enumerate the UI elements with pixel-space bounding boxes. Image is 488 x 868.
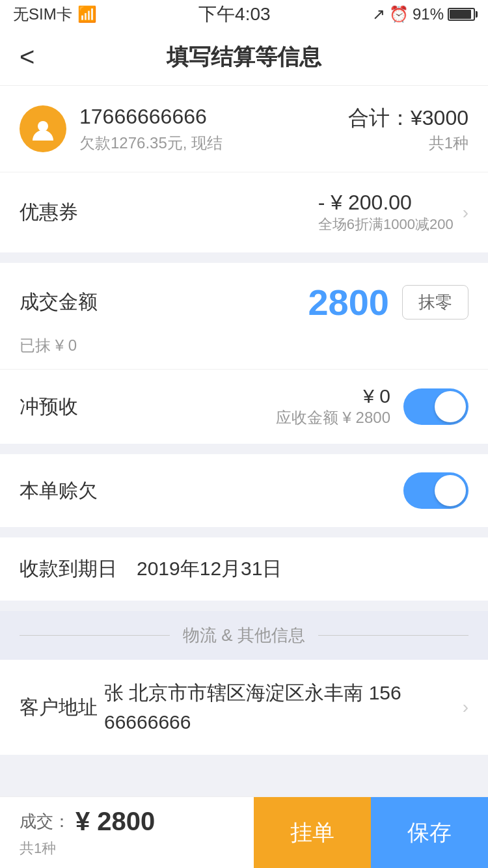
status-left: 无SIM卡 📶 xyxy=(13,4,97,25)
amount-sub: 已抹 ¥ 0 xyxy=(0,335,488,369)
customer-phone: 17666666666 xyxy=(79,105,223,129)
address-section: 客户地址 张 北京市市辖区海淀区永丰南 156 66666666 › xyxy=(0,660,488,755)
back-button[interactable]: < xyxy=(20,42,59,72)
wifi-icon: 📶 xyxy=(77,5,97,23)
divider-section: 物流 & 其他信息 xyxy=(0,611,488,660)
divider-text: 物流 & 其他信息 xyxy=(183,624,305,647)
divider-line-right xyxy=(318,635,468,636)
bottom-total-amount: ¥ 2800 xyxy=(75,807,155,836)
address-chevron-icon: › xyxy=(463,697,468,718)
avatar xyxy=(20,105,66,152)
status-bar: 无SIM卡 📶 下午4:03 ↗ ⏰ 91% xyxy=(0,0,488,29)
debt-toggle[interactable] xyxy=(403,472,468,509)
amount-section: 成交金额 2800 抹零 已抹 ¥ 0 冲预收 ¥ 0 应收金额 ¥ 2800 xyxy=(0,263,488,444)
customer-section: 17666666666 欠款1276.35元, 现结 合计：¥3000 共1种 … xyxy=(0,86,488,252)
bottom-total-row: 成交： ¥ 2800 xyxy=(20,807,234,836)
alarm-icon: ⏰ xyxy=(389,5,409,23)
save-button[interactable]: 保存 xyxy=(371,797,488,869)
status-right: ↗ ⏰ 91% xyxy=(372,5,475,23)
prepay-subtext: 应收金额 ¥ 2800 xyxy=(276,407,390,428)
bottom-bar: 成交： ¥ 2800 共1种 挂单 保存 xyxy=(0,796,488,868)
nav-bar: < 填写结算等信息 xyxy=(0,29,488,86)
hold-button[interactable]: 挂单 xyxy=(254,797,371,869)
battery-icon xyxy=(448,8,475,21)
amount-label: 成交金额 xyxy=(20,289,98,316)
coupon-row[interactable]: 优惠券 - ¥ 200.00 全场6折满1000减200 › xyxy=(0,172,488,252)
duedate-row: 收款到期日 2019年12月31日 xyxy=(0,537,488,601)
bottom-total: 成交： ¥ 2800 共1种 xyxy=(0,807,254,858)
location-icon: ↗ xyxy=(372,5,385,23)
toggle-knob-debt xyxy=(435,475,466,506)
address-label: 客户地址 xyxy=(20,694,104,721)
svg-point-0 xyxy=(38,121,48,131)
total-amount: 合计：¥3000 xyxy=(348,104,468,133)
battery-percent: 91% xyxy=(413,5,444,23)
coupon-desc: 全场6折满1000减200 xyxy=(318,215,454,234)
round-button[interactable]: 抹零 xyxy=(402,285,468,319)
duedate-label: 收款到期日 xyxy=(20,556,117,582)
prepay-label: 冲预收 xyxy=(20,394,78,420)
prepay-toggle[interactable] xyxy=(403,388,468,425)
status-time: 下午4:03 xyxy=(198,2,271,27)
coupon-label: 优惠券 xyxy=(20,199,78,226)
page-title: 填写结算等信息 xyxy=(59,42,429,72)
coupon-right: - ¥ 200.00 全场6折满1000减200 › xyxy=(318,191,468,234)
prepay-row: 冲预收 ¥ 0 应收金额 ¥ 2800 xyxy=(0,369,488,444)
duedate-section: 收款到期日 2019年12月31日 xyxy=(0,537,488,601)
debt-section: 本单赊欠 xyxy=(0,454,488,527)
toggle-knob xyxy=(435,391,466,422)
customer-row: 17666666666 欠款1276.35元, 现结 合计：¥3000 共1种 xyxy=(0,86,488,172)
coupon-discount: - ¥ 200.00 xyxy=(318,191,454,215)
amount-value: 2800 xyxy=(308,281,389,323)
bottom-total-sub: 共1种 xyxy=(20,839,234,858)
total-count: 共1种 xyxy=(348,133,468,154)
bottom-total-label: 成交： xyxy=(20,810,70,833)
amount-row: 成交金额 2800 抹零 xyxy=(0,263,488,342)
debt-row: 本单赊欠 xyxy=(0,454,488,527)
divider-line-left xyxy=(20,635,170,636)
customer-left: 17666666666 欠款1276.35元, 现结 xyxy=(20,105,223,154)
customer-right: 合计：¥3000 共1种 xyxy=(348,104,468,154)
prepay-value: ¥ 0 xyxy=(276,385,390,407)
duedate-value: 2019年12月31日 xyxy=(137,556,282,582)
chevron-right-icon: › xyxy=(463,202,468,223)
address-value: 张 北京市市辖区海淀区永丰南 156 66666666 xyxy=(104,678,460,737)
address-row[interactable]: 客户地址 张 北京市市辖区海淀区永丰南 156 66666666 › xyxy=(0,660,488,755)
carrier-text: 无SIM卡 xyxy=(13,4,72,25)
customer-info: 17666666666 欠款1276.35元, 现结 xyxy=(79,105,223,154)
customer-subtext: 欠款1276.35元, 现结 xyxy=(79,133,223,154)
debt-label: 本单赊欠 xyxy=(20,478,98,504)
prepay-label-area: 冲预收 xyxy=(20,394,78,420)
amount-right: 2800 抹零 xyxy=(308,281,468,323)
prepay-right: ¥ 0 应收金额 ¥ 2800 xyxy=(276,385,468,428)
